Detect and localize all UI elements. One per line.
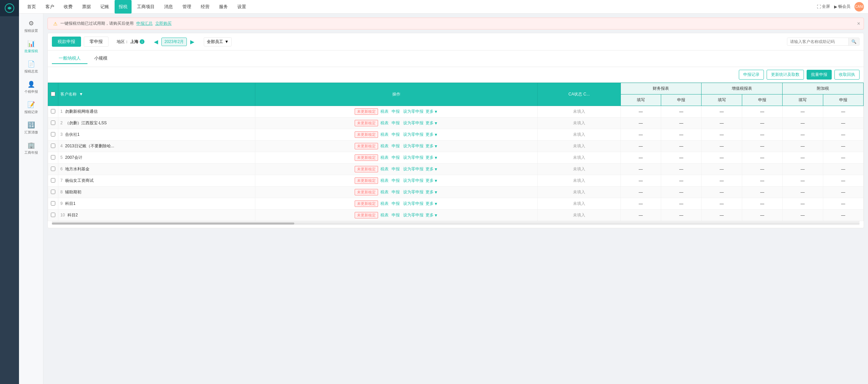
nav-fee[interactable]: 收费 [60, 0, 77, 14]
scrollbar-track[interactable] [52, 222, 860, 225]
row-tax-link[interactable]: 税表 [380, 132, 389, 137]
member-button[interactable]: ▶ 畅会员 [834, 4, 850, 9]
nav-message[interactable]: 消息 [160, 0, 177, 14]
row-declare-link[interactable]: 申报 [392, 109, 400, 114]
row-more-button[interactable]: 更多▼ [426, 132, 438, 137]
tab-declare[interactable]: 税款申报 [52, 37, 81, 47]
sidebar-item-annual-report[interactable]: 🏢 工商年报 [19, 138, 43, 158]
sidebar-item-personal-tax[interactable]: 👤 个税申报 [19, 77, 43, 98]
row-declare-link[interactable]: 申报 [392, 121, 400, 125]
row-tax-link[interactable]: 税表 [380, 190, 389, 194]
row-set-zero-link[interactable]: 设为零申报 [403, 132, 423, 137]
row-tax-link[interactable]: 税表 [380, 155, 389, 160]
search-input[interactable] [787, 38, 848, 45]
nav-manage[interactable]: 管理 [178, 0, 195, 14]
row-more-button[interactable]: 更多▼ [426, 109, 438, 114]
row-checkbox[interactable] [51, 132, 55, 136]
row-set-zero-link[interactable]: 设为零申报 [403, 144, 423, 148]
region-info-icon[interactable]: i [140, 39, 144, 44]
fullscreen-button[interactable]: ⛶ 全屏 [817, 4, 830, 9]
row-more-button[interactable]: 更多▼ [426, 212, 438, 218]
banner-link-buy[interactable]: 立即购买 [155, 21, 172, 26]
nav-service[interactable]: 服务 [215, 0, 232, 14]
row-finance-fill: — [620, 164, 661, 175]
update-stats-button[interactable]: 更新统计及取数 [767, 70, 804, 80]
row-more-button[interactable]: 更多▼ [426, 120, 438, 126]
sidebar-item-batch-tax[interactable]: 📊 批量报税 [19, 37, 43, 57]
th-additional-tax-group: 附加税 [783, 83, 864, 94]
row-more-button[interactable]: 更多▼ [426, 166, 438, 172]
nav-tax[interactable]: 报税 [115, 0, 132, 14]
client-sort-icon[interactable]: ▼ [79, 92, 83, 97]
banner-link-summary[interactable]: 申报汇总 [136, 21, 153, 26]
th-add-fill: 填写 [783, 94, 823, 106]
staff-dropdown[interactable]: 全部员工 ▼ [204, 37, 232, 46]
nav-settings[interactable]: 设置 [233, 0, 250, 14]
row-checkbox[interactable] [51, 201, 55, 206]
nav-invoice[interactable]: 票据 [78, 0, 95, 14]
row-set-zero-link[interactable]: 设为零申报 [403, 201, 423, 206]
nav-biz[interactable]: 工商项目 [133, 0, 159, 14]
row-more-button[interactable]: 更多▼ [426, 189, 438, 195]
fullscreen-icon: ⛶ [817, 4, 821, 9]
row-checkbox[interactable] [51, 109, 55, 113]
row-declare-link[interactable]: 申报 [392, 201, 400, 206]
row-set-zero-link[interactable]: 设为零申报 [403, 213, 423, 217]
row-more-button[interactable]: 更多▼ [426, 143, 438, 149]
nav-accounting[interactable]: 记账 [96, 0, 113, 14]
nav-client[interactable]: 客户 [41, 0, 58, 14]
date-next-button[interactable]: ▶ [189, 38, 196, 45]
row-tax-link[interactable]: 税表 [380, 167, 389, 171]
row-set-zero-link[interactable]: 设为零申报 [403, 155, 423, 160]
row-more-button[interactable]: 更多▼ [426, 178, 438, 184]
sub-tab-general[interactable]: 一般纳税人 [52, 53, 87, 64]
row-tax-link[interactable]: 税表 [380, 178, 389, 183]
sidebar-item-tax-settings[interactable]: ⚙ 报税设置 [19, 16, 43, 37]
scrollbar-thumb[interactable] [52, 222, 294, 225]
row-checkbox-cell [48, 118, 58, 129]
row-checkbox[interactable] [51, 190, 55, 194]
row-checkbox[interactable] [51, 178, 55, 183]
row-set-zero-link[interactable]: 设为零申报 [403, 178, 423, 183]
row-checkbox[interactable] [51, 167, 55, 171]
sidebar-item-tax-record[interactable]: 📝 报税记录 [19, 98, 43, 118]
row-declare-link[interactable]: 申报 [392, 155, 400, 160]
tab-zero[interactable]: 零申报 [84, 37, 108, 47]
date-prev-button[interactable]: ◀ [153, 38, 159, 45]
row-set-zero-link[interactable]: 设为零申报 [403, 109, 423, 114]
nav-home[interactable]: 首页 [23, 0, 40, 14]
nav-operation[interactable]: 经营 [197, 0, 214, 14]
select-all-checkbox[interactable] [51, 92, 55, 96]
sidebar-item-tax-overview[interactable]: 📄 报税总览 [19, 57, 43, 77]
search-button[interactable]: 🔍 [848, 38, 859, 45]
retrieve-button[interactable]: 收取回执 [834, 70, 860, 80]
row-declare-link[interactable]: 申报 [392, 144, 400, 148]
row-declare-link[interactable]: 申报 [392, 190, 400, 194]
row-more-button[interactable]: 更多▼ [426, 155, 438, 161]
row-declare-link[interactable]: 申报 [392, 132, 400, 137]
declare-record-button[interactable]: 申报记录 [739, 70, 764, 80]
sub-tab-small[interactable]: 小规模 [87, 53, 114, 64]
row-declare-link[interactable]: 申报 [392, 213, 400, 217]
row-tax-link[interactable]: 税表 [380, 213, 389, 217]
row-set-zero-link[interactable]: 设为零申报 [403, 167, 423, 171]
sidebar-item-clearance[interactable]: 🔢 汇算清缴 [19, 118, 43, 138]
row-tax-link[interactable]: 税表 [380, 109, 389, 114]
row-declare-link[interactable]: 申报 [392, 167, 400, 171]
banner-close-button[interactable]: × [857, 21, 860, 27]
row-checkbox[interactable] [51, 155, 55, 159]
row-set-zero-link[interactable]: 设为零申报 [403, 121, 423, 125]
row-tax-link[interactable]: 税表 [380, 144, 389, 148]
row-checkbox[interactable] [51, 213, 55, 217]
row-tax-link[interactable]: 税表 [380, 201, 389, 206]
row-checkbox[interactable] [51, 121, 55, 125]
batch-declare-button[interactable]: 批量申报 [807, 70, 832, 80]
horizontal-scrollbar[interactable] [52, 221, 860, 225]
row-tax-link[interactable]: 税表 [380, 121, 389, 125]
row-checkbox[interactable] [51, 144, 55, 148]
th-client-name: 客户名称 ▼ [58, 83, 255, 106]
avatar[interactable]: CANI [854, 2, 864, 12]
row-more-button[interactable]: 更多▼ [426, 201, 438, 207]
row-set-zero-link[interactable]: 设为零申报 [403, 190, 423, 194]
row-declare-link[interactable]: 申报 [392, 178, 400, 183]
